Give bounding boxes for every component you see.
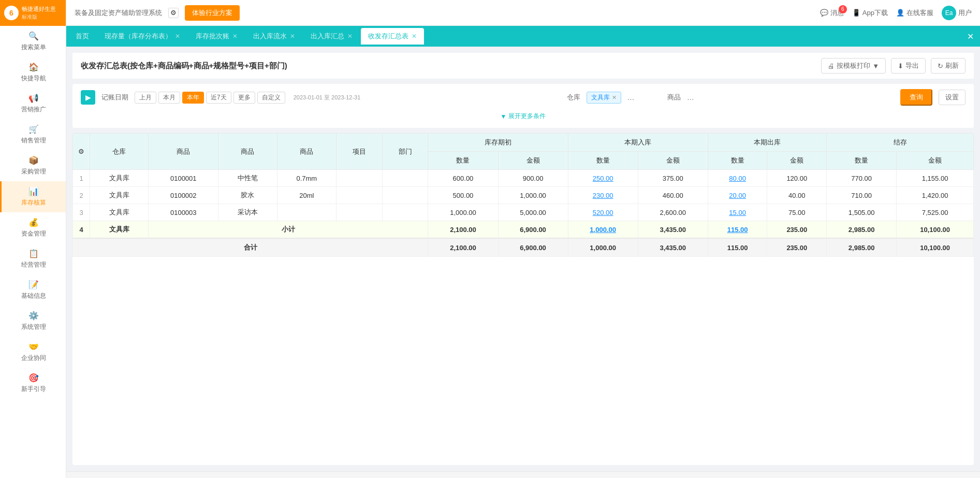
sidebar-item-marketing[interactable]: 📢营销推广 (0, 88, 66, 119)
date-btn-上月[interactable]: 上月 (135, 92, 156, 104)
warehouse-more[interactable]: ... (627, 93, 634, 102)
th-settings[interactable]: ⚙ (73, 134, 90, 170)
warehouse-tag[interactable]: 文具库 ✕ (587, 92, 621, 104)
cell-out-qty[interactable]: 20.00 (708, 187, 767, 204)
marketing-icon: 📢 (28, 93, 39, 103)
th-spec: 商品 (277, 134, 337, 170)
data-table-wrapper: ⚙ 仓库 商品 商品 商品 项目 部门 库存期初 本期入库 本期出库 结存 数量 (72, 133, 974, 465)
logo: 6 畅捷通好生意 标准版 (0, 0, 66, 26)
filter-collapse-btn[interactable]: ▶ (81, 90, 95, 105)
print-btn[interactable]: 🖨 按模板打印 ▼ (821, 58, 886, 74)
table-row: 1 文具库 0100001 中性笔 0.7mm 600.00 900.00 25… (73, 170, 974, 187)
sidebar-item-inventory[interactable]: 📊库存核算 (0, 181, 66, 212)
sidebar-item-sales[interactable]: 🛒销售管理 (0, 119, 66, 150)
tab-stock_dist[interactable]: 现存量（库存分布表）✕ (97, 28, 187, 45)
data-table: ⚙ 仓库 商品 商品 商品 项目 部门 库存期初 本期入库 本期出库 结存 数量 (72, 133, 974, 257)
tab-inout_flow[interactable]: 出入库流水✕ (246, 28, 302, 45)
message-icon: 💬 (820, 9, 828, 17)
total-open-amt: 6,900.00 (498, 238, 568, 257)
cell-bal-amt: 7,525.00 (897, 204, 974, 221)
experience-btn[interactable]: 体验行业方案 (185, 5, 240, 21)
settings-icon[interactable]: ⚙ (168, 8, 179, 18)
sidebar-item-basic[interactable]: 📝基础信息 (0, 274, 66, 306)
subtotal-num: 4 (73, 221, 90, 239)
date-btn-本年[interactable]: 本年 (182, 92, 204, 104)
refresh-icon: ↻ (938, 62, 943, 70)
sidebar-item-search[interactable]: 🔍搜索菜单 (0, 26, 66, 57)
sidebar-item-purchase[interactable]: 📦采购管理 (0, 150, 66, 181)
online-service-action[interactable]: 👤 在线客服 (896, 8, 933, 18)
page-title: 收发存汇总表(按仓库+商品编码+商品+规格型号+项目+部门) (81, 61, 287, 71)
table-settings-icon[interactable]: ⚙ (78, 148, 84, 155)
expand-conditions-btn[interactable]: ▼ 展开更多条件 (496, 110, 550, 123)
main-area: 装备及固定资产辅助管理系统 ⚙ 体验行业方案 💬 消息 6 📱 App下载 👤 … (66, 0, 980, 478)
service-icon: 👤 (896, 9, 904, 17)
subtotal-in-amt: 3,435.00 (638, 221, 708, 239)
sidebar-item-label: 系统管理 (21, 323, 46, 331)
tab-close-batch[interactable]: ✕ (232, 33, 238, 40)
tab-close-inout_flow[interactable]: ✕ (290, 33, 295, 40)
date-btn-近7天[interactable]: 近7天 (206, 92, 231, 104)
th-goods: 商品 (218, 134, 277, 170)
tab-close-inout_summary[interactable]: ✕ (347, 33, 353, 40)
warehouse-tag-close[interactable]: ✕ (612, 94, 617, 101)
sidebar-item-operation[interactable]: 📋经营管理 (0, 243, 66, 274)
date-btn-更多[interactable]: 更多 (233, 92, 255, 104)
date-btn-自定义[interactable]: 自定义 (257, 92, 285, 104)
cell-in-qty[interactable]: 250.00 (568, 170, 638, 187)
subtotal-in-qty: 1,000.00 (568, 221, 638, 239)
filter-row-2: ▼ 展开更多条件 (81, 110, 966, 123)
cell-out-qty[interactable]: 80.00 (708, 170, 767, 187)
user-action[interactable]: Ea 用户 (942, 6, 972, 20)
cell-code: 0100003 (149, 204, 218, 221)
sidebar-item-cooperation[interactable]: 🤝企业协同 (0, 337, 66, 368)
close-all-tabs-btn[interactable]: ✕ (963, 32, 978, 41)
tab-receive_send[interactable]: 收发存汇总表✕ (361, 28, 424, 45)
tab-home[interactable]: 首页 (68, 28, 96, 45)
sidebar-item-label: 企业协同 (21, 354, 46, 363)
total-bal-qty: 2,985.00 (827, 238, 897, 257)
message-action[interactable]: 💬 消息 6 (820, 8, 844, 18)
date-btn-本月[interactable]: 本月 (158, 92, 180, 104)
sidebar-item-quicknav[interactable]: 🏠快捷导航 (0, 57, 66, 88)
th-bal-qty: 数量 (827, 152, 897, 170)
phone-icon: 📱 (852, 9, 860, 17)
sidebar: 6 畅捷通好生意 标准版 🔍搜索菜单🏠快捷导航📢营销推广🛒销售管理📦采购管理📊库… (0, 0, 66, 478)
tab-close-stock_dist[interactable]: ✕ (175, 33, 180, 40)
tab-label: 出入库流水 (253, 32, 287, 41)
sales-icon: 🛒 (28, 124, 39, 134)
table-settings-btn[interactable]: 设置 (939, 90, 966, 105)
th-warehouse: 仓库 (90, 134, 149, 170)
refresh-btn[interactable]: ↻ 刷新 (931, 58, 966, 74)
query-btn[interactable]: 查询 (900, 89, 932, 106)
tab-inout_summary[interactable]: 出入库汇总✕ (303, 28, 360, 45)
page-header: 收发存汇总表(按仓库+商品编码+商品+规格型号+项目+部门) 🖨 按模板打印 ▼… (72, 53, 974, 79)
app-download-action[interactable]: 📱 App下载 (852, 8, 888, 18)
export-btn[interactable]: ⬇ 导出 (891, 58, 926, 74)
goods-more[interactable]: ... (687, 93, 694, 102)
tab-batch[interactable]: 库存批次账✕ (188, 28, 245, 45)
inventory-icon: 📊 (28, 186, 39, 196)
cell-in-amt: 2,600.00 (638, 204, 708, 221)
th-in-qty: 数量 (568, 152, 638, 170)
cell-goods: 胶水 (218, 187, 277, 204)
sidebar-item-newbie[interactable]: 🎯新手引导 (0, 368, 66, 399)
total-out-qty: 115.00 (708, 238, 767, 257)
cell-bal-qty: 1,505.00 (827, 204, 897, 221)
cell-bal-amt: 1,155.00 (897, 170, 974, 187)
sidebar-item-system[interactable]: ⚙️系统管理 (0, 306, 66, 337)
sidebar-item-finance[interactable]: 💰资金管理 (0, 212, 66, 243)
logo-icon: 6 (4, 6, 19, 20)
search-icon: 🔍 (28, 31, 39, 41)
cell-in-qty[interactable]: 230.00 (568, 187, 638, 204)
cell-in-qty[interactable]: 520.00 (568, 204, 638, 221)
total-in-amt: 3,435.00 (638, 238, 708, 257)
tab-close-receive_send[interactable]: ✕ (412, 33, 417, 40)
sidebar-item-label: 销售管理 (21, 136, 46, 145)
cell-in-amt: 375.00 (638, 170, 708, 187)
export-icon: ⬇ (898, 62, 903, 70)
cell-out-qty[interactable]: 15.00 (708, 204, 767, 221)
row-num: 1 (73, 170, 90, 187)
cell-warehouse: 文具库 (90, 204, 149, 221)
cell-open-qty: 500.00 (428, 187, 498, 204)
